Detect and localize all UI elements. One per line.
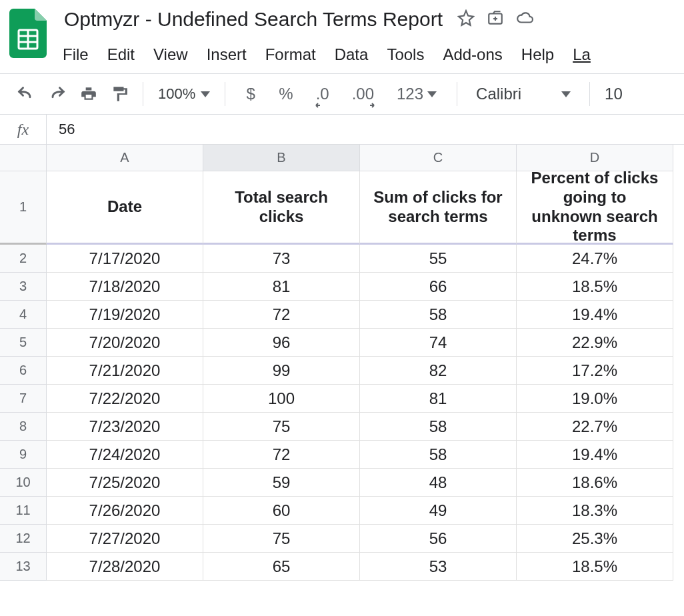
row-header[interactable]: 8 xyxy=(0,413,47,441)
data-cell[interactable]: 24.7% xyxy=(517,245,673,273)
data-cell[interactable]: 17.2% xyxy=(517,357,673,385)
data-cell[interactable]: 81 xyxy=(203,273,360,301)
font-family-dropdown[interactable]: Calibri xyxy=(467,85,580,103)
data-cell[interactable]: 18.5% xyxy=(517,273,673,301)
row-header[interactable]: 13 xyxy=(0,553,47,581)
data-cell[interactable]: 22.9% xyxy=(517,329,673,357)
data-cell[interactable]: 7/18/2020 xyxy=(47,273,203,301)
data-cell[interactable]: 55 xyxy=(360,245,517,273)
menu-view[interactable]: View xyxy=(153,45,188,64)
data-cell[interactable]: 75 xyxy=(203,525,360,553)
data-cell[interactable]: 81 xyxy=(360,385,517,413)
data-cell[interactable]: 58 xyxy=(360,413,517,441)
data-cell[interactable]: 96 xyxy=(203,329,360,357)
header-cell[interactable]: Sum of clicks for search terms xyxy=(360,171,517,245)
decrease-decimal-button[interactable]: .0 xyxy=(311,82,335,106)
data-cell[interactable]: 7/24/2020 xyxy=(47,441,203,469)
header-cell[interactable]: Total search clicks xyxy=(203,171,360,245)
data-cell[interactable]: 72 xyxy=(203,301,360,329)
row-header[interactable]: 10 xyxy=(0,469,47,497)
menu-addons[interactable]: Add-ons xyxy=(443,45,502,64)
column-header[interactable]: B xyxy=(203,145,360,171)
menu-insert[interactable]: Insert xyxy=(207,45,247,64)
header-cell[interactable]: Percent of clicks going to unknown searc… xyxy=(517,171,673,245)
cloud-status-icon[interactable] xyxy=(516,9,533,29)
data-cell[interactable]: 7/20/2020 xyxy=(47,329,203,357)
data-cell[interactable]: 82 xyxy=(360,357,517,385)
data-cell[interactable]: 7/22/2020 xyxy=(47,385,203,413)
select-all-corner[interactable] xyxy=(0,145,47,171)
data-cell[interactable]: 22.7% xyxy=(517,413,673,441)
row-header[interactable]: 11 xyxy=(0,497,47,525)
data-cell[interactable]: 18.3% xyxy=(517,497,673,525)
paint-format-button[interactable] xyxy=(105,82,133,106)
data-cell[interactable]: 72 xyxy=(203,441,360,469)
zoom-dropdown[interactable]: 100% xyxy=(153,85,215,103)
sheets-logo-icon[interactable] xyxy=(8,7,48,60)
data-cell[interactable]: 7/25/2020 xyxy=(47,469,203,497)
data-cell[interactable]: 60 xyxy=(203,497,360,525)
row-header[interactable]: 6 xyxy=(0,357,47,385)
row-header[interactable]: 7 xyxy=(0,385,47,413)
data-cell[interactable]: 56 xyxy=(360,525,517,553)
row-header[interactable]: 4 xyxy=(0,301,47,329)
column-header[interactable]: A xyxy=(47,145,203,171)
column-header[interactable]: D xyxy=(517,145,673,171)
font-size-field[interactable]: 10 xyxy=(599,85,628,103)
data-cell[interactable]: 7/21/2020 xyxy=(47,357,203,385)
data-cell[interactable]: 18.6% xyxy=(517,469,673,497)
data-cell[interactable]: 7/27/2020 xyxy=(47,525,203,553)
menu-edit[interactable]: Edit xyxy=(107,45,135,64)
data-cell[interactable]: 19.0% xyxy=(517,385,673,413)
undo-button[interactable] xyxy=(11,82,40,106)
fx-icon[interactable]: fx xyxy=(0,115,47,144)
percent-format-button[interactable]: % xyxy=(273,82,298,106)
data-cell[interactable]: 7/28/2020 xyxy=(47,553,203,581)
menu-data[interactable]: Data xyxy=(335,45,369,64)
data-cell[interactable]: 25.3% xyxy=(517,525,673,553)
data-cell[interactable]: 73 xyxy=(203,245,360,273)
move-icon[interactable] xyxy=(487,9,504,29)
data-cell[interactable]: 58 xyxy=(360,441,517,469)
star-icon[interactable] xyxy=(457,9,475,29)
toolbar-separator xyxy=(143,82,143,106)
print-button[interactable] xyxy=(75,82,103,106)
data-cell[interactable]: 49 xyxy=(360,497,517,525)
data-cell[interactable]: 65 xyxy=(203,553,360,581)
row-header[interactable]: 1 xyxy=(0,171,47,245)
menu-cutoff[interactable]: La xyxy=(573,45,591,64)
redo-button[interactable] xyxy=(43,82,72,106)
increase-decimal-button[interactable]: .00 xyxy=(347,82,379,106)
data-cell[interactable]: 59 xyxy=(203,469,360,497)
data-cell[interactable]: 66 xyxy=(360,273,517,301)
row-header[interactable]: 3 xyxy=(0,273,47,301)
column-header[interactable]: C xyxy=(360,145,517,171)
data-cell[interactable]: 18.5% xyxy=(517,553,673,581)
row-header[interactable]: 5 xyxy=(0,329,47,357)
data-cell[interactable]: 99 xyxy=(203,357,360,385)
data-cell[interactable]: 19.4% xyxy=(517,441,673,469)
row-header[interactable]: 2 xyxy=(0,245,47,273)
data-cell[interactable]: 74 xyxy=(360,329,517,357)
menu-tools[interactable]: Tools xyxy=(387,45,424,64)
formula-value[interactable]: 56 xyxy=(47,121,75,138)
data-cell[interactable]: 48 xyxy=(360,469,517,497)
row-header[interactable]: 9 xyxy=(0,441,47,469)
header-cell[interactable]: Date xyxy=(47,171,203,245)
menu-file[interactable]: File xyxy=(63,45,89,64)
data-cell[interactable]: 7/23/2020 xyxy=(47,413,203,441)
row-header[interactable]: 12 xyxy=(0,525,47,553)
document-title[interactable]: Optmyzr - Undefined Search Terms Report xyxy=(61,7,445,32)
menu-format[interactable]: Format xyxy=(265,45,316,64)
data-cell[interactable]: 75 xyxy=(203,413,360,441)
currency-format-button[interactable]: $ xyxy=(240,82,261,106)
data-cell[interactable]: 7/19/2020 xyxy=(47,301,203,329)
data-cell[interactable]: 58 xyxy=(360,301,517,329)
menu-help[interactable]: Help xyxy=(521,45,554,64)
data-cell[interactable]: 19.4% xyxy=(517,301,673,329)
data-cell[interactable]: 7/17/2020 xyxy=(47,245,203,273)
data-cell[interactable]: 100 xyxy=(203,385,360,413)
data-cell[interactable]: 7/26/2020 xyxy=(47,497,203,525)
data-cell[interactable]: 53 xyxy=(360,553,517,581)
more-formats-dropdown[interactable]: 123 xyxy=(391,82,442,106)
